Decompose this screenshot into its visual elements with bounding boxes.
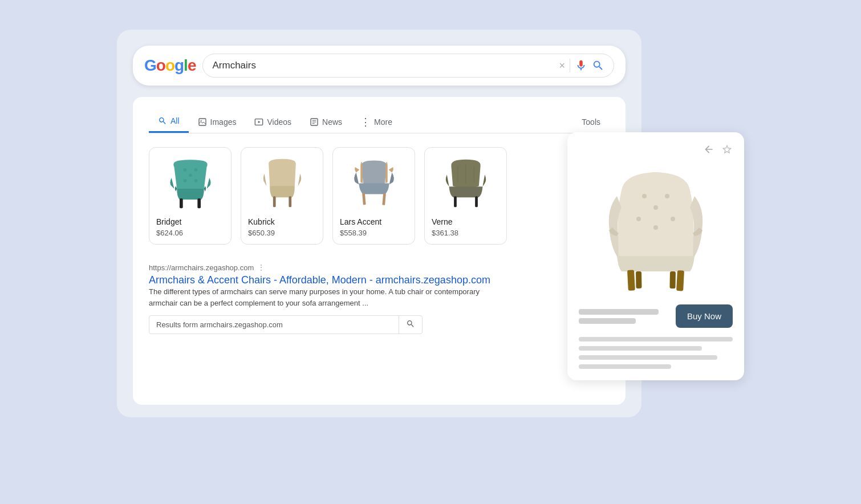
tab-all-label: All <box>170 116 180 125</box>
result-search-input[interactable]: Results form armchairs.zegashop.com <box>149 317 399 332</box>
detail-text-section <box>579 337 733 369</box>
tab-tools-label: Tools <box>582 117 600 127</box>
product-detail-line1 <box>579 309 659 315</box>
tab-images[interactable]: Images <box>189 112 246 132</box>
svg-rect-18 <box>382 193 386 205</box>
product-card-lars[interactable]: Lars Accent $558.39 <box>332 147 415 245</box>
mic-icon[interactable] <box>575 59 587 72</box>
detail-text-line4 <box>579 364 671 369</box>
more-dots-icon: ⋮ <box>360 117 371 127</box>
svg-point-24 <box>642 194 647 198</box>
svg-point-26 <box>653 205 658 210</box>
product-name-kubrick: Kubrick <box>248 217 316 226</box>
svg-rect-17 <box>362 193 366 205</box>
product-name-verne: Verne <box>432 217 499 226</box>
product-image-lars <box>340 155 408 212</box>
svg-rect-8 <box>180 198 183 208</box>
buy-now-area: Buy Now <box>579 304 733 328</box>
product-image-bridget <box>156 155 225 212</box>
svg-rect-30 <box>627 270 635 291</box>
svg-point-25 <box>665 194 669 198</box>
result-search-icon <box>406 319 415 328</box>
product-cards-section: Bridget $624.06 <box>149 147 610 245</box>
svg-rect-9 <box>197 198 201 208</box>
product-name-lars: Lars Accent <box>340 217 408 226</box>
images-tab-icon <box>198 117 207 127</box>
tab-more[interactable]: ⋮ More <box>351 111 401 133</box>
product-detail-text <box>579 309 669 324</box>
svg-point-10 <box>184 168 187 171</box>
svg-rect-31 <box>676 270 684 291</box>
tab-news-label: News <box>322 117 342 127</box>
svg-rect-0 <box>199 119 206 125</box>
result-url-text: https://armchairs.zegashop.com <box>149 263 254 272</box>
news-tab-icon <box>310 117 319 127</box>
tab-all[interactable]: All <box>149 111 189 133</box>
product-image-verne <box>432 155 500 212</box>
detail-text-line3 <box>579 355 717 360</box>
result-url-line: https://armchairs.zegashop.com ⋮ <box>149 263 610 272</box>
videos-tab-icon <box>254 117 263 127</box>
card-back-icon[interactable] <box>703 144 714 155</box>
result-snippet-text: The different types of armchairs can ser… <box>149 286 480 308</box>
search-panel: Google Armchairs × <box>117 30 641 417</box>
tab-videos-label: Videos <box>267 117 291 127</box>
product-price-bridget: $624.06 <box>156 229 224 237</box>
svg-point-14 <box>194 178 198 182</box>
svg-rect-32 <box>636 271 642 288</box>
card-favorite-icon[interactable] <box>721 144 733 155</box>
result-search-box[interactable]: Results form armchairs.zegashop.com <box>149 315 423 334</box>
search-query-text: Armchairs <box>212 60 554 71</box>
svg-rect-33 <box>669 271 676 288</box>
product-price-kubrick: $650.39 <box>248 229 316 237</box>
product-name-bridget: Bridget <box>156 217 224 226</box>
detail-text-line2 <box>579 346 702 351</box>
svg-point-12 <box>189 173 192 177</box>
detail-text-line1 <box>579 337 733 342</box>
product-detail-line2 <box>579 318 636 324</box>
product-card-bridget[interactable]: Bridget $624.06 <box>149 147 232 245</box>
svg-rect-15 <box>273 196 276 207</box>
tab-videos[interactable]: Videos <box>245 112 300 132</box>
result-title-link[interactable]: Armchairs & Accent Chairs - Affordable, … <box>149 274 490 286</box>
svg-rect-20 <box>475 196 478 207</box>
svg-point-1 <box>200 120 201 121</box>
tab-news[interactable]: News <box>300 112 351 132</box>
search-divider <box>570 59 570 72</box>
svg-point-29 <box>653 225 658 230</box>
search-result: https://armchairs.zegashop.com ⋮ Armchai… <box>149 261 610 334</box>
search-input-wrapper[interactable]: Armchairs × <box>202 54 614 78</box>
search-bar: Google Armchairs × <box>133 46 626 86</box>
results-panel: All Images Videos <box>133 97 626 405</box>
svg-point-13 <box>184 178 187 182</box>
svg-point-27 <box>636 217 641 221</box>
all-tab-icon <box>158 116 167 125</box>
svg-rect-16 <box>289 196 291 207</box>
tab-navigation: All Images Videos <box>149 111 610 133</box>
product-card-kubrick[interactable]: Kubrick $650.39 <box>241 147 323 245</box>
svg-marker-3 <box>258 121 261 123</box>
clear-icon[interactable]: × <box>559 60 565 72</box>
result-url-more-icon[interactable]: ⋮ <box>257 263 265 272</box>
tab-images-label: Images <box>210 117 237 127</box>
product-price-lars: $558.39 <box>340 229 408 237</box>
product-card-verne[interactable]: Verne $361.38 <box>424 147 507 245</box>
tab-tools[interactable]: Tools <box>572 112 610 132</box>
product-detail-card: Buy Now <box>567 132 744 380</box>
search-submit-icon[interactable] <box>592 59 604 72</box>
svg-point-11 <box>194 168 198 171</box>
card-top-actions <box>579 144 733 155</box>
product-image-kubrick <box>248 155 316 212</box>
svg-rect-19 <box>454 196 457 207</box>
google-logo: Google <box>144 56 196 75</box>
product-price-verne: $361.38 <box>432 229 499 237</box>
tab-more-label: More <box>374 117 392 127</box>
svg-point-28 <box>671 217 675 221</box>
buy-now-button[interactable]: Buy Now <box>676 304 733 328</box>
detail-product-image <box>579 162 733 293</box>
result-search-button[interactable] <box>399 316 422 334</box>
